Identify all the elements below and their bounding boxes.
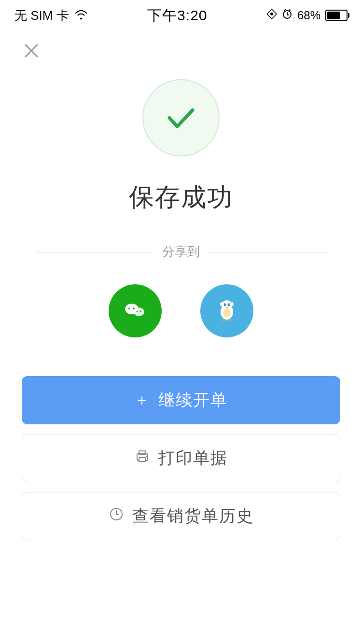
svg-line-4 <box>284 10 285 11</box>
svg-point-18 <box>224 305 225 306</box>
svg-point-26 <box>146 456 147 457</box>
checkmark-icon <box>162 98 200 137</box>
location-icon <box>266 9 277 22</box>
sim-label: 无 SIM 卡 <box>14 7 69 24</box>
share-label: 分享到 <box>153 243 209 260</box>
svg-point-21 <box>220 302 223 306</box>
status-right: 68% <box>266 9 348 22</box>
battery-icon <box>325 10 348 21</box>
alarm-icon <box>282 9 292 22</box>
svg-point-9 <box>134 308 144 316</box>
plus-icon: ＋ <box>134 390 151 411</box>
svg-point-20 <box>223 308 231 317</box>
action-buttons: ＋ 继续开单 打印单据 <box>22 376 340 540</box>
svg-point-22 <box>231 302 234 306</box>
qq-share-button[interactable] <box>200 284 253 337</box>
history-label: 查看销货单历史 <box>132 505 254 527</box>
share-icons-row <box>109 284 253 337</box>
wechat-icon <box>121 296 150 325</box>
qq-icon <box>212 296 241 325</box>
close-icon <box>23 42 40 59</box>
svg-point-19 <box>228 305 229 306</box>
status-bar: 无 SIM 卡 下午3:20 <box>0 0 362 31</box>
svg-point-11 <box>133 308 135 309</box>
svg-line-5 <box>289 10 290 11</box>
wechat-share-button[interactable] <box>109 284 162 337</box>
print-button[interactable]: 打印单据 <box>22 434 340 482</box>
history-icon <box>108 506 125 526</box>
svg-point-0 <box>270 13 273 15</box>
status-left: 无 SIM 卡 <box>14 7 88 24</box>
continue-order-button[interactable]: ＋ 继续开单 <box>22 376 340 424</box>
svg-point-12 <box>137 311 138 312</box>
svg-rect-25 <box>139 458 146 462</box>
wifi-icon <box>74 8 88 23</box>
status-time: 下午3:20 <box>147 6 207 26</box>
print-label: 打印单据 <box>158 447 228 469</box>
main-content: 保存成功 分享到 <box>0 31 362 540</box>
print-icon <box>134 448 151 468</box>
share-section: 分享到 <box>0 243 362 260</box>
close-button[interactable] <box>19 39 43 63</box>
success-title: 保存成功 <box>129 181 233 214</box>
history-button[interactable]: 查看销货单历史 <box>22 492 340 540</box>
battery-percent: 68% <box>297 9 320 22</box>
success-circle <box>142 79 220 156</box>
continue-label: 继续开单 <box>158 389 228 411</box>
svg-point-13 <box>140 311 141 312</box>
svg-point-10 <box>128 308 130 309</box>
